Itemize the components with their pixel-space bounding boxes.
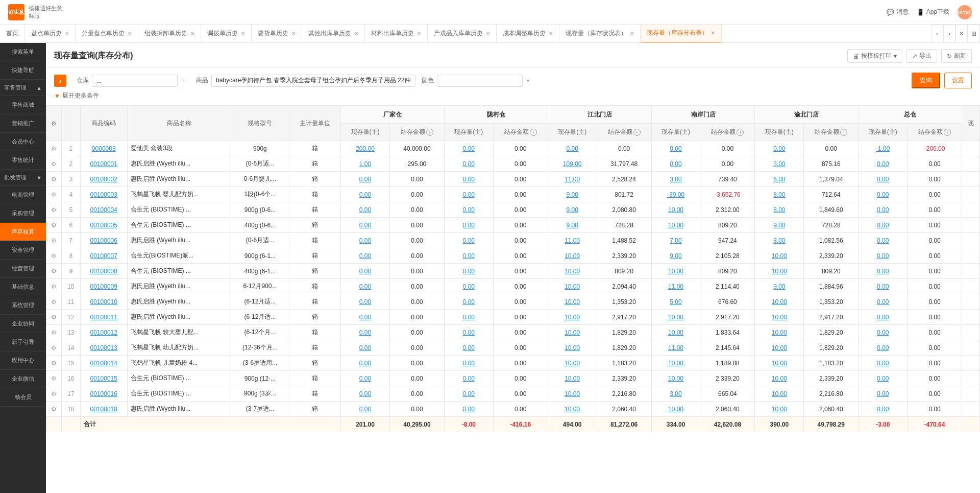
goods-input[interactable] bbox=[211, 75, 415, 87]
cell-code[interactable]: 00100004 bbox=[80, 202, 127, 218]
cell-jiangbei-stock[interactable]: 10.00 bbox=[548, 248, 597, 264]
sidebar-item-marketing[interactable]: 营销推广 bbox=[0, 114, 46, 133]
cell-code[interactable]: 00100002 bbox=[80, 172, 127, 187]
cell-zong-stock[interactable]: 0.00 bbox=[859, 264, 908, 279]
cell-nanan-stock[interactable]: 9.00 bbox=[651, 248, 700, 264]
cell-jiangbei-stock[interactable]: 10.00 bbox=[548, 279, 597, 294]
cell-longtan-stock[interactable]: 0.00 bbox=[444, 141, 493, 156]
sidebar-item-system[interactable]: 系统管理 bbox=[0, 296, 46, 315]
color-input[interactable] bbox=[437, 75, 523, 87]
info-icon[interactable]: i bbox=[840, 129, 847, 136]
cell-yubei-stock[interactable]: 10.00 bbox=[755, 325, 804, 340]
cell-longtan-stock[interactable]: 0.00 bbox=[444, 202, 493, 218]
cell-yubei-stock[interactable]: 10.00 bbox=[755, 248, 804, 264]
cell-yubei-stock[interactable]: 8.00 bbox=[755, 202, 804, 218]
cell-code[interactable]: 00100003 bbox=[80, 187, 127, 202]
row-settings-icon[interactable]: ⚙ bbox=[51, 206, 57, 214]
tab-chuku[interactable]: 其他出库单历史 ✕ bbox=[302, 25, 365, 43]
cell-yubei-stock[interactable]: 9.00 bbox=[755, 279, 804, 294]
row-settings-icon[interactable]: ⚙ bbox=[51, 160, 57, 168]
info-icon[interactable]: i bbox=[737, 129, 744, 136]
row-settings-icon[interactable]: ⚙ bbox=[51, 145, 57, 152]
table-container[interactable]: ⚙ 商品编码 商品名称 规格型号 主计量单位 厂家仓 陇村仓 江北门店 南岸门店… bbox=[46, 106, 980, 493]
cell-code[interactable]: 00100016 bbox=[80, 386, 127, 402]
cell-changjia-stock[interactable]: 0.00 bbox=[341, 386, 390, 402]
cell-longtan-stock[interactable]: 0.00 bbox=[444, 325, 493, 340]
cell-yubei-stock[interactable]: 10.00 bbox=[755, 356, 804, 371]
tab-fenliang[interactable]: 分量盘点单历史 ✕ bbox=[76, 25, 138, 43]
info-icon[interactable]: i bbox=[944, 129, 951, 136]
cell-zong-stock[interactable]: 0.00 bbox=[859, 248, 908, 264]
print-button[interactable]: 🖨 按模板打印 ▾ bbox=[847, 49, 902, 63]
close-icon[interactable]: ✕ bbox=[128, 31, 132, 36]
cell-yubei-stock[interactable]: 10.00 bbox=[755, 402, 804, 417]
cell-zong-stock[interactable]: 0.00 bbox=[859, 402, 908, 417]
cell-code[interactable]: 00100009 bbox=[80, 279, 127, 294]
cell-longtan-stock[interactable]: 0.00 bbox=[444, 172, 493, 187]
cell-longtan-stock[interactable]: 0.00 bbox=[444, 218, 493, 233]
row-settings-icon[interactable]: ⚙ bbox=[51, 252, 57, 260]
cell-code[interactable]: 0000003 bbox=[80, 141, 127, 156]
cell-nanan-stock[interactable]: 10.00 bbox=[651, 402, 700, 417]
cell-code[interactable]: 00100006 bbox=[80, 233, 127, 248]
cell-yubei-stock[interactable]: 10.00 bbox=[755, 294, 804, 310]
cell-zong-stock[interactable]: 0.00 bbox=[859, 233, 908, 248]
cell-longtan-stock[interactable]: 0.00 bbox=[444, 264, 493, 279]
row-settings-icon[interactable]: ⚙ bbox=[51, 222, 57, 229]
cell-jiangbei-stock[interactable]: 10.00 bbox=[548, 371, 597, 386]
cell-jiangbei-stock[interactable]: 0.00 bbox=[548, 141, 597, 156]
cell-longtan-stock[interactable]: 0.00 bbox=[444, 279, 493, 294]
row-settings-icon[interactable]: ⚙ bbox=[51, 329, 57, 336]
cell-code[interactable]: 00100001 bbox=[80, 156, 127, 172]
cell-code[interactable]: 00100011 bbox=[80, 310, 127, 325]
cell-changjia-stock[interactable]: 0.00 bbox=[341, 172, 390, 187]
cell-longtan-stock[interactable]: 0.00 bbox=[444, 310, 493, 325]
cell-yubei-stock[interactable]: 10.00 bbox=[755, 264, 804, 279]
sidebar-item-finance[interactable]: 资金管理 bbox=[0, 241, 46, 260]
tab-chancheng[interactable]: 产成品入库单历史 ✕ bbox=[428, 25, 497, 43]
close-icon[interactable]: ✕ bbox=[291, 31, 296, 36]
cell-changjia-stock[interactable]: 0.00 bbox=[341, 294, 390, 310]
cell-yubei-stock[interactable]: 10.00 bbox=[755, 340, 804, 356]
cell-nanan-stock[interactable]: 10.00 bbox=[651, 371, 700, 386]
cell-yubei-stock[interactable]: 0.00 bbox=[755, 141, 804, 156]
cell-nanan-stock[interactable]: 10.00 bbox=[651, 310, 700, 325]
row-settings-icon[interactable]: ⚙ bbox=[51, 344, 57, 351]
cell-nanan-stock[interactable]: 3.00 bbox=[651, 386, 700, 402]
row-settings-icon[interactable]: ⚙ bbox=[51, 283, 57, 290]
cell-code[interactable]: 00100015 bbox=[80, 371, 127, 386]
row-settings-icon[interactable]: ⚙ bbox=[51, 375, 57, 382]
cell-code[interactable]: 00100012 bbox=[80, 325, 127, 340]
sidebar-item-guide[interactable]: 新手引导 bbox=[0, 333, 46, 351]
cell-longtan-stock[interactable]: 0.00 bbox=[444, 187, 493, 202]
sidebar-item-purchase[interactable]: 采购管理 bbox=[0, 204, 46, 223]
cell-nanan-stock[interactable]: 10.00 bbox=[651, 264, 700, 279]
cell-jiangbei-stock[interactable]: 10.00 bbox=[548, 264, 597, 279]
sidebar-item-nav[interactable]: 快捷导航 bbox=[0, 61, 46, 80]
cell-longtan-stock[interactable]: 0.00 bbox=[444, 294, 493, 310]
cell-nanan-stock[interactable]: 3.00 bbox=[651, 172, 700, 187]
cell-longtan-stock[interactable]: 0.00 bbox=[444, 386, 493, 402]
message-button[interactable]: 💬 消息 bbox=[887, 8, 909, 16]
cell-nanan-stock[interactable]: 5.00 bbox=[651, 294, 700, 310]
sidebar-item-ecommerce[interactable]: 电商管理 bbox=[0, 186, 46, 204]
cell-changjia-stock[interactable]: 0.00 bbox=[341, 340, 390, 356]
cell-zong-stock[interactable]: 0.00 bbox=[859, 187, 908, 202]
row-settings-icon[interactable]: ⚙ bbox=[51, 298, 57, 306]
cell-nanan-stock[interactable]: 11.00 bbox=[651, 340, 700, 356]
cell-zong-stock[interactable]: 0.00 bbox=[859, 340, 908, 356]
tab-xiancunliang-kuangkuang[interactable]: 现存量（库存状况表） ✕ bbox=[559, 25, 641, 43]
sidebar-item-search[interactable]: 搜索英单 bbox=[0, 43, 46, 61]
sidebar-item-wechat[interactable]: 企业微信 bbox=[0, 370, 46, 388]
cell-jiangbei-stock[interactable]: 11.00 bbox=[548, 233, 597, 248]
cell-changjia-stock[interactable]: 0.00 bbox=[341, 264, 390, 279]
cell-zong-stock[interactable]: 0.00 bbox=[859, 279, 908, 294]
query-button[interactable]: 查询 bbox=[912, 73, 940, 88]
close-icon[interactable]: ✕ bbox=[549, 31, 553, 36]
cell-changjia-stock[interactable]: 0.00 bbox=[341, 371, 390, 386]
cell-code[interactable]: 00100005 bbox=[80, 218, 127, 233]
cell-zong-stock[interactable]: 0.00 bbox=[859, 218, 908, 233]
cell-yubei-stock[interactable]: 10.00 bbox=[755, 386, 804, 402]
cell-longtan-stock[interactable]: 0.00 bbox=[444, 356, 493, 371]
cell-code[interactable]: 00100014 bbox=[80, 356, 127, 371]
